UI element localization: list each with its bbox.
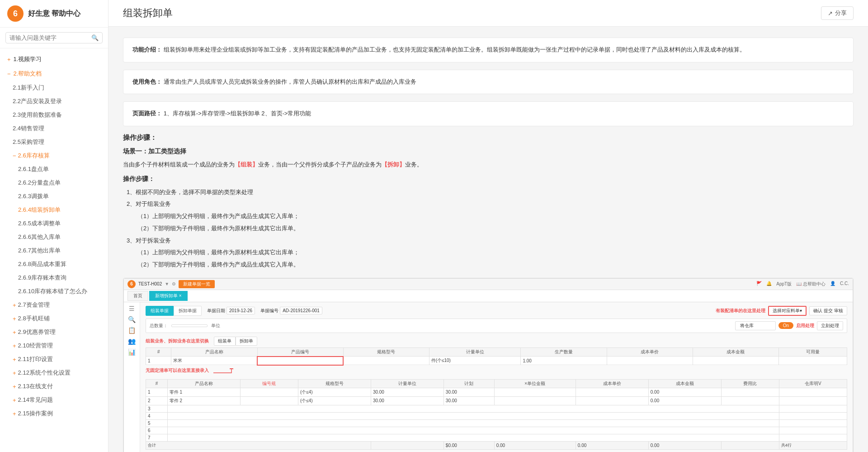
mock-nav-icon-1[interactable]: ☰: [129, 305, 135, 312]
mock-unit-label: 单位: [211, 323, 220, 329]
sidebar-label-1: 1.视频学习: [14, 55, 42, 63]
sidebar-item-2-11[interactable]: + 2.11打印设置: [0, 352, 108, 366]
sidebar-item-2-2[interactable]: 2.2产品安装及登录: [0, 95, 108, 108]
sidebar-item-2[interactable]: − 2.帮助文档: [0, 67, 108, 81]
mock-btn-action[interactable]: 确认 提交 审核: [809, 306, 847, 315]
sidebar-item-2-6-3[interactable]: 2.6.3调拨单: [0, 190, 108, 203]
mock-th-cost: 成本单价: [607, 347, 693, 357]
mock-td-num-1: 1: [146, 357, 171, 365]
mock-lower-row-7: 7: [146, 434, 847, 441]
sidebar-item-2-7[interactable]: + 2.7资金管理: [0, 298, 108, 312]
mock-nav-icon-2[interactable]: 🔍: [128, 316, 136, 323]
search-icon[interactable]: 🔍: [91, 34, 99, 41]
mock-logo: 6: [127, 280, 136, 288]
sidebar-item-2-15[interactable]: + 2.15操作案例: [0, 407, 108, 420]
sidebar-item-2-14[interactable]: + 2.14常见问题: [0, 393, 108, 407]
path-text: 1、库存核算->库存管理->组装拆卸单 2、首页->常用功能: [164, 110, 311, 117]
mock-ltd-spec-2: (个≤4): [298, 396, 371, 405]
step-3-1: （1）上部明细为父件明细，最终作为原材料生成其它出库单；: [137, 247, 854, 258]
path-box: 页面路径： 1、库存核算->库存管理->组装拆卸单 2、首页->常用功能: [123, 101, 854, 126]
mock-annot4-area: 无固定清单可以在这里直接录入: [146, 367, 847, 377]
mock-nav-icon-3[interactable]: 📋: [128, 327, 136, 334]
mock-date-input[interactable]: 2019-12-26: [226, 307, 255, 314]
mock-ltd-wh-6: [779, 427, 847, 434]
sidebar-item-2-6-1[interactable]: 2.6.1盘点单: [0, 162, 108, 176]
plus-icon-2-11: +: [13, 356, 16, 363]
sidebar-item-2-5[interactable]: 2.5采购管理: [0, 135, 108, 149]
mock-action-btn2[interactable]: 立刻处理: [817, 321, 843, 330]
sidebar-item-2-3[interactable]: 2.3使用前数据准备: [0, 108, 108, 122]
mock-setting-icon: ⚙: [172, 281, 176, 286]
mock-annot1-area: 有装配清单的在这里处理 选择对应料单▾ 确认 提交 审核: [716, 306, 847, 316]
mock-wh-label-input[interactable]: 将仓库: [735, 321, 776, 330]
mock-tab-home[interactable]: 首页: [127, 291, 148, 301]
role-label: 使用角色：: [132, 78, 164, 85]
mock-lth-cost: 成本单价: [576, 379, 648, 388]
share-button[interactable]: ↗ 分享: [821, 6, 854, 20]
mock-ltd-plan-2: 30.00: [443, 396, 494, 405]
mock-lower-row-2: 2 零件 2 (个≤4) 30.00 30.00: [146, 396, 847, 405]
sidebar-item-2-9[interactable]: + 2.9优惠券管理: [0, 325, 108, 339]
mock-annot2-area: 组装业务、拆卸业务在这里切换 组装单 拆卸单: [146, 337, 847, 346]
sidebar-item-2-6-10[interactable]: 2.6.10库存账本错了怎么办: [0, 285, 108, 298]
mock-nav-icon-4[interactable]: 👥: [128, 338, 136, 345]
mock-btn-red-outline[interactable]: 选择对应料单▾: [768, 306, 807, 316]
mock-footer-amt: 0.00: [494, 441, 576, 449]
sidebar-item-2-1[interactable]: 2.1新手入门: [0, 81, 108, 95]
sidebar-item-2-6-6[interactable]: 2.6.6其他入库单: [0, 230, 108, 244]
mock-new-doc-btn[interactable]: 新建单据一览: [179, 280, 215, 288]
mock-ltd-6: 6: [146, 427, 168, 434]
func-intro-box: 功能介绍： 组装拆卸单用来处理企业组装或拆卸等加工业务，支持有固定装配清单的产品…: [123, 38, 854, 62]
mock-toggle-on[interactable]: On: [778, 322, 793, 329]
mock-footer-cost: 0.00: [576, 441, 648, 449]
sidebar-item-2-12[interactable]: + 2.12系统个性化设置: [0, 366, 108, 380]
sidebar-item-2-6-8[interactable]: 2.6.8商品成本重算: [0, 257, 108, 271]
mock-docno-input[interactable]: AD-20191226-001: [280, 307, 322, 314]
sidebar-item-2-13[interactable]: + 2.13在线支付: [0, 380, 108, 393]
mock-th-num: #: [146, 347, 171, 357]
step-3: 3、对于拆装业务: [127, 235, 854, 247]
search-input[interactable]: [9, 34, 91, 41]
mock-lth-avail: 费用比: [721, 379, 779, 388]
sidebar-label-2-6-9: 2.6.9库存账本查询: [18, 274, 66, 281]
mock-th-avail: 可用量: [778, 347, 847, 357]
sidebar-item-2-10[interactable]: + 2.10经营管理: [0, 339, 108, 352]
mock-lower-row-1: 1 零件 1 (个≤4) 30.00 30.00: [146, 388, 847, 396]
sidebar-item-2-4[interactable]: 2.4销售管理: [0, 122, 108, 135]
mock-th-qty: 计量单位: [429, 347, 521, 357]
mock-ltd-wh-4: [779, 412, 847, 419]
search-input-wrap[interactable]: 🔍: [5, 32, 103, 43]
sidebar-label-2: 2.帮助文档: [14, 70, 42, 78]
mock-tab-chaiqian[interactable]: 拆卸单据: [174, 306, 202, 316]
mock-qty-input[interactable]: [171, 324, 208, 327]
mock-switch-zuzhuang[interactable]: 组装单: [214, 337, 236, 346]
mock-ltd-empty-5: [167, 419, 779, 427]
mock-upper-table: # 产品名称 产品编号 规格型号 计量单位 生产数量 成本单价 成本金额: [146, 347, 847, 366]
annot4-text: 无固定清单可以在这里直接录入: [146, 367, 209, 374]
sidebar-item-1[interactable]: + 1.视频学习: [0, 52, 108, 67]
sidebar-item-2-6-7[interactable]: 2.6.7其他出库单: [0, 244, 108, 257]
mock-footer-sum-label: 合计: [146, 441, 371, 449]
plus-icon-2-9: +: [13, 329, 16, 336]
mock-lth-spec: 规格型号: [298, 379, 371, 388]
mock-ltd-sku-2: [240, 396, 298, 405]
sidebar-item-2-6-9[interactable]: 2.6.9库存账本查询: [0, 271, 108, 285]
mock-tab-active[interactable]: 新增拆卸单 ×: [149, 291, 188, 301]
sidebar-item-2-8[interactable]: + 2.8手机旺铺: [0, 312, 108, 325]
role-text: 通常由生产人员或库管人员完成拆装业务的操作，库管人员确认原材料的出库和产成品的入…: [164, 78, 416, 85]
mock-ltd-empty-3: [167, 405, 779, 412]
sidebar-item-2-6-5[interactable]: 2.6.5成本调整单: [0, 217, 108, 230]
mock-tab-zuzhuang[interactable]: 组装单据: [146, 306, 174, 316]
sidebar-label-2-6-8: 2.6.8商品成本重算: [18, 261, 66, 267]
sidebar-item-2-6[interactable]: − 2.6库存核算: [0, 149, 108, 162]
sidebar-label-2-6-4: 2.6.4组装拆卸单: [18, 206, 61, 213]
sidebar-label-2-6-1: 2.6.1盘点单: [18, 166, 49, 172]
mock-ltd-spec-1: (个≤4): [298, 388, 371, 396]
sidebar-item-2-6-4[interactable]: 2.6.4组装拆卸单: [0, 203, 108, 217]
mock-upper-row-1: 1 米米 件(个≤10) 1.00: [146, 357, 847, 365]
sidebar-item-2-6-2[interactable]: 2.6.2分量盘点单: [0, 176, 108, 190]
mock-nav-icon-5[interactable]: 📊: [128, 348, 136, 356]
mock-top-icons: 🚩 🔔 AppT版 📖 总帮助中心 👤 C.C.: [756, 281, 849, 287]
mock-switch-chaiqian[interactable]: 拆卸单: [236, 337, 257, 346]
sidebar-label-2-11: 2.11打印设置: [18, 355, 53, 363]
